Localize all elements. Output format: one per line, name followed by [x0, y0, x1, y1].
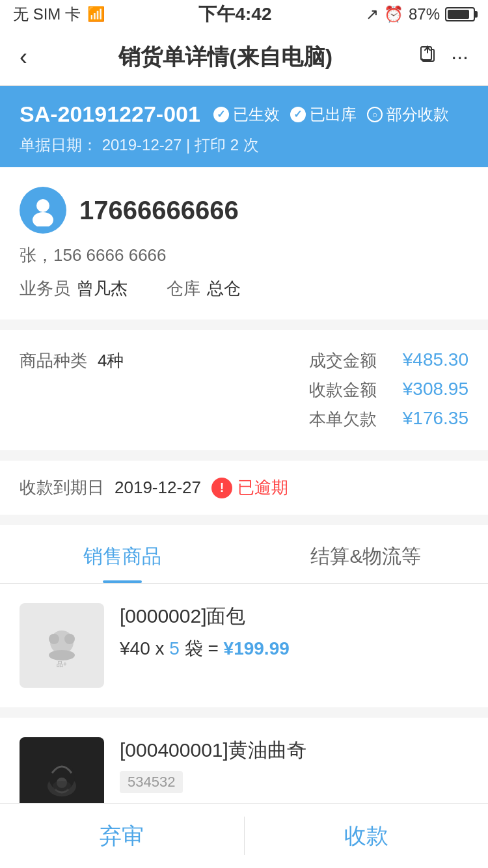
overdue-badge: ! 已逾期 — [211, 476, 288, 499]
kinds-row: 商品种类 4种 — [20, 349, 124, 372]
summary-right: 成交金额 ¥485.30 收款金额 ¥308.95 本单欠款 ¥176.35 — [309, 349, 468, 431]
print-count-val: 2 — [230, 136, 239, 154]
battery-fill — [448, 10, 469, 19]
nav-bar: ‹ 销货单详情(来自电脑) ··· — [0, 29, 488, 86]
time-display: 下午4:42 — [198, 2, 271, 27]
share-icon[interactable] — [417, 44, 438, 70]
status-partial: ○ 部分收款 — [367, 104, 449, 125]
kinds-label: 商品种类 — [20, 349, 87, 372]
location-icon: ↗ — [366, 5, 379, 23]
amount-value: ¥485.30 — [403, 349, 468, 372]
alarm-icon: ⏰ — [384, 5, 403, 23]
banner-row2: 单据日期： 2019-12-27 | 打印 2 次 — [20, 135, 468, 156]
tab-settlement[interactable]: 结算&物流等 — [244, 525, 488, 583]
overdue-text: 已逾期 — [237, 476, 288, 499]
print-unit-val: 次 — [243, 136, 259, 154]
back-button[interactable]: ‹ — [13, 37, 34, 77]
received-value: ¥308.95 — [403, 379, 468, 401]
confirm-button[interactable]: 收款 — [245, 804, 489, 868]
salesperson-item: 业务员 曾凡杰 — [20, 277, 128, 300]
wifi-icon: 📶 — [87, 6, 105, 23]
customer-row: 17666666666 — [20, 187, 468, 234]
product-image-1: 品+ — [20, 603, 104, 688]
debt-value: ¥176.35 — [403, 408, 468, 431]
product-qty-1: 5 — [169, 638, 180, 658]
clock-icon: ○ — [367, 107, 383, 122]
status-shipped-label: 已出库 — [310, 104, 357, 125]
customer-section: 17666666666 张，156 6666 6666 业务员 曾凡杰 仓库 总… — [0, 167, 488, 319]
amount-label: 成交金额 — [309, 349, 377, 372]
product-price-1: ¥40 x 5 袋 = ¥199.99 — [120, 636, 468, 661]
customer-meta: 业务员 曾凡杰 仓库 总仓 — [20, 277, 468, 300]
banner-row1: SA-20191227-001 ✓ 已生效 ✓ 已出库 ○ 部分收款 — [20, 102, 468, 127]
svg-point-1 — [36, 199, 49, 212]
debt-label: 本单欠款 — [309, 408, 377, 431]
status-badges: ✓ 已生效 ✓ 已出库 ○ 部分收款 — [213, 104, 449, 125]
battery-text: 87% — [409, 5, 440, 23]
warehouse-label: 仓库 — [167, 277, 200, 300]
cancel-button[interactable]: 弃审 — [0, 804, 244, 868]
status-left: 无 SIM 卡 📶 — [13, 4, 105, 25]
avatar — [20, 187, 66, 234]
check-icon-2: ✓ — [290, 107, 306, 122]
product-name-2: [000400001]黄油曲奇 — [120, 737, 468, 764]
tabs: 销售商品 结算&物流等 — [0, 525, 488, 583]
nav-actions: ··· — [417, 44, 468, 70]
svg-point-11 — [53, 781, 71, 791]
list-item: 品+ [0000002]面包 ¥40 x 5 袋 = ¥199.99 — [0, 584, 488, 707]
salesperson-label: 业务员 — [20, 277, 70, 300]
order-id: SA-20191227-001 — [20, 102, 200, 127]
svg-point-6 — [49, 650, 75, 660]
warehouse-value: 总仓 — [207, 277, 241, 300]
print-separator: | — [186, 136, 195, 154]
summary-grid: 商品种类 4种 成交金额 ¥485.30 收款金额 ¥308.95 本单欠款 ¥… — [20, 349, 468, 431]
order-date: 2019-12-27 — [102, 136, 182, 154]
received-row: 收款金额 ¥308.95 — [309, 379, 468, 401]
svg-point-2 — [33, 212, 53, 226]
page-title: 销货单详情(来自电脑) — [34, 42, 417, 72]
battery-bar — [445, 7, 475, 21]
status-bar: 无 SIM 卡 📶 下午4:42 ↗ ⏰ 87% — [0, 0, 488, 29]
product-info-1: [0000002]面包 ¥40 x 5 袋 = ¥199.99 — [120, 603, 468, 661]
bottom-bar: 弃审 收款 — [0, 803, 488, 868]
check-icon: ✓ — [213, 107, 229, 122]
customer-id: 17666666666 — [79, 196, 239, 225]
due-date: 2019-12-27 — [115, 478, 201, 498]
debt-row: 本单欠款 ¥176.35 — [309, 408, 468, 431]
amount-row: 成交金额 ¥485.30 — [309, 349, 468, 372]
customer-contact: 张，156 6666 6666 — [20, 244, 468, 267]
product-name-1: [0000002]面包 — [120, 603, 468, 630]
date-label: 单据日期： — [20, 136, 98, 154]
kinds-value: 4种 — [98, 349, 124, 372]
due-section: 收款到期日 2019-12-27 ! 已逾期 — [0, 461, 488, 515]
svg-point-4 — [49, 634, 59, 644]
product-batch-2: 534532 — [120, 771, 183, 793]
carrier-text: 无 SIM 卡 — [13, 4, 81, 25]
overdue-icon: ! — [211, 478, 232, 498]
due-label: 收款到期日 — [20, 476, 104, 499]
summary-section: 商品种类 4种 成交金额 ¥485.30 收款金额 ¥308.95 本单欠款 ¥… — [0, 330, 488, 450]
tabs-section: 销售商品 结算&物流等 — [0, 525, 488, 584]
svg-text:品+: 品+ — [57, 660, 67, 668]
status-effective-label: 已生效 — [233, 104, 280, 125]
status-shipped: ✓ 已出库 — [290, 104, 357, 125]
summary-left: 商品种类 4种 — [20, 349, 124, 372]
status-effective: ✓ 已生效 — [213, 104, 280, 125]
received-label: 收款金额 — [309, 379, 377, 401]
status-partial-label: 部分收款 — [386, 104, 449, 125]
header-banner: SA-20191227-001 ✓ 已生效 ✓ 已出库 ○ 部分收款 单据日期：… — [0, 86, 488, 167]
product-total-1: ¥199.99 — [224, 638, 290, 658]
more-icon[interactable]: ··· — [451, 45, 468, 69]
tab-sales-products[interactable]: 销售商品 — [0, 525, 244, 583]
svg-point-5 — [64, 634, 75, 644]
salesperson-value: 曾凡杰 — [77, 277, 128, 300]
warehouse-item: 仓库 总仓 — [167, 277, 241, 300]
print-label: 打印 — [195, 136, 226, 154]
status-right: ↗ ⏰ 87% — [366, 5, 475, 23]
